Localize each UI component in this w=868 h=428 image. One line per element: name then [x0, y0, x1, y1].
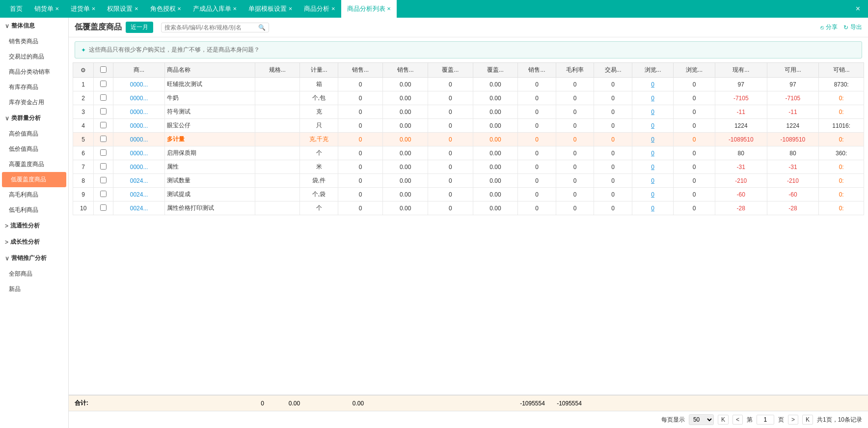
sidebar-section-growth[interactable]: > 成长性分析: [0, 234, 68, 250]
row-checkbox-cell[interactable]: [94, 188, 113, 201]
share-button[interactable]: ⎋ 分享: [820, 23, 838, 31]
nav-permissions[interactable]: 权限设置 ×: [101, 0, 144, 18]
share-icon: ⎋: [820, 24, 824, 31]
row-checkbox[interactable]: [100, 163, 107, 170]
row-checkbox[interactable]: [100, 81, 107, 87]
row-browse1[interactable]: 0: [632, 105, 674, 119]
th-checkbox[interactable]: [94, 63, 113, 78]
sidebar-section-overall[interactable]: ∨ 整体信息: [0, 18, 68, 34]
prev-page-button[interactable]: <: [732, 415, 743, 425]
row-browse2: 0: [674, 146, 715, 160]
nav-sales[interactable]: 销货单 ×: [28, 0, 65, 18]
sidebar-item-all-products[interactable]: 全部商品: [0, 266, 68, 282]
row-checkbox[interactable]: [100, 122, 107, 128]
row-browse1[interactable]: 0: [632, 201, 674, 215]
sidebar-item-stock-products[interactable]: 有库存商品: [0, 80, 68, 95]
row-sales3: 0: [518, 119, 556, 133]
row-checkbox[interactable]: [100, 177, 107, 183]
sidebar-item-high-value[interactable]: 高价值商品: [0, 126, 68, 142]
sidebar: ∨ 整体信息 销售类商品 交易过的商品 商品分类动销率 有库存商品 库存资金占用…: [0, 18, 69, 428]
sidebar-item-new-products[interactable]: 新品: [0, 282, 68, 297]
row-checkbox[interactable]: [100, 191, 107, 197]
sidebar-collapse-button[interactable]: «: [68, 214, 69, 232]
row-transaction: 0: [594, 146, 632, 160]
row-checkbox-cell[interactable]: [94, 201, 113, 215]
nav-template[interactable]: 单据模板设置 ×: [243, 0, 298, 18]
last-page-button[interactable]: K: [802, 415, 813, 425]
row-checkbox[interactable]: [100, 149, 107, 156]
sidebar-item-high-margin[interactable]: 高毛利商品: [0, 187, 68, 202]
row-browse1[interactable]: 0: [632, 78, 674, 91]
export-button[interactable]: ↻ 导出: [843, 23, 862, 31]
next-page-button[interactable]: >: [788, 415, 798, 425]
sidebar-item-high-coverage[interactable]: 高覆盖度商品: [0, 157, 68, 172]
table-container[interactable]: ⚙ 商... 商品名称 规格... 计量... 销售... 销售... 覆盖..…: [69, 62, 868, 395]
row-checkbox-cell[interactable]: [94, 160, 113, 174]
select-all-checkbox[interactable]: [100, 66, 107, 73]
row-code: 0024...: [113, 174, 165, 188]
row-checkbox-cell[interactable]: [94, 119, 113, 133]
row-checkbox[interactable]: [100, 108, 107, 114]
page-number-input[interactable]: [757, 415, 774, 425]
nav-product-analysis-list[interactable]: 商品分析列表 ×: [341, 0, 397, 18]
row-name: 牛奶: [165, 91, 255, 105]
nav-product-analysis[interactable]: 商品分析 ×: [298, 0, 341, 18]
sidebar-item-low-value[interactable]: 低价值商品: [0, 142, 68, 157]
sidebar-item-traded-products[interactable]: 交易过的商品: [0, 49, 68, 64]
row-browse1[interactable]: 0: [632, 174, 674, 188]
row-browse1[interactable]: 0: [632, 119, 674, 133]
arrow-icon-4: >: [5, 239, 8, 246]
total-info: 共1页，10条记录: [817, 416, 862, 424]
period-button[interactable]: 近一月: [126, 22, 153, 33]
sidebar-item-low-coverage[interactable]: 低覆盖度商品: [2, 172, 66, 187]
sidebar-section-cluster[interactable]: ∨ 类群量分析: [0, 110, 68, 126]
nav-purchase[interactable]: 进货单 ×: [65, 0, 101, 18]
nav-product-entry[interactable]: 产成品入库单 ×: [187, 0, 243, 18]
row-checkbox-cell[interactable]: [94, 174, 113, 188]
export-label: 导出: [850, 23, 862, 31]
sidebar-item-category-rate[interactable]: 商品分类动销率: [0, 64, 68, 80]
sidebar-section-circulation[interactable]: > 流通性分析: [0, 218, 68, 234]
row-name: 符号测试: [165, 105, 255, 119]
row-browse2: 0: [674, 133, 715, 146]
page-label-pre: 第: [747, 416, 753, 424]
total-sales-amount: 0.00: [278, 400, 310, 407]
row-sales3: 0: [518, 160, 556, 174]
row-checkbox[interactable]: [100, 94, 107, 101]
th-settings[interactable]: ⚙: [73, 63, 94, 78]
row-cover2: 0.00: [473, 146, 518, 160]
nav-role-auth[interactable]: 角色授权 ×: [144, 0, 187, 18]
search-input[interactable]: [164, 24, 256, 31]
sidebar-section-growth-label: 成长性分析: [10, 238, 40, 246]
sidebar-item-sales-products[interactable]: 销售类商品: [0, 34, 68, 49]
row-checkbox[interactable]: [100, 136, 107, 142]
row-checkbox-cell[interactable]: [94, 91, 113, 105]
row-browse1[interactable]: 0: [632, 188, 674, 201]
arrow-icon: ∨: [5, 23, 9, 29]
sidebar-item-low-margin[interactable]: 低毛利商品: [0, 202, 68, 218]
row-browse1[interactable]: 0: [632, 160, 674, 174]
row-available-stock: -28: [767, 201, 819, 215]
page-size-select[interactable]: 50 10 20 100: [689, 414, 714, 425]
row-saleable: 0:: [819, 133, 864, 146]
close-window-button[interactable]: ×: [852, 4, 864, 13]
row-browse1[interactable]: 0: [632, 146, 674, 160]
row-checkbox-cell[interactable]: [94, 105, 113, 119]
sidebar-item-capital-occupy[interactable]: 库存资金占用: [0, 95, 68, 110]
product-table: ⚙ 商... 商品名称 规格... 计量... 销售... 销售... 覆盖..…: [73, 62, 864, 215]
nav-home[interactable]: 首页: [4, 0, 28, 18]
row-checkbox-cell[interactable]: [94, 78, 113, 91]
row-browse2: 0: [674, 105, 715, 119]
row-checkbox[interactable]: [100, 204, 107, 211]
row-code: 0000...: [113, 133, 165, 146]
sidebar-section-marketing[interactable]: ∨ 营销推广分析: [0, 250, 68, 266]
row-browse1[interactable]: 0: [632, 133, 674, 146]
search-icon[interactable]: 🔍: [258, 24, 266, 31]
row-gross-rate: 0: [556, 105, 594, 119]
row-browse1[interactable]: 0: [632, 91, 674, 105]
row-checkbox-cell[interactable]: [94, 133, 113, 146]
th-unit: 计量...: [300, 63, 338, 78]
row-code: 0000...: [113, 119, 165, 133]
row-checkbox-cell[interactable]: [94, 146, 113, 160]
first-page-button[interactable]: K: [718, 415, 729, 425]
